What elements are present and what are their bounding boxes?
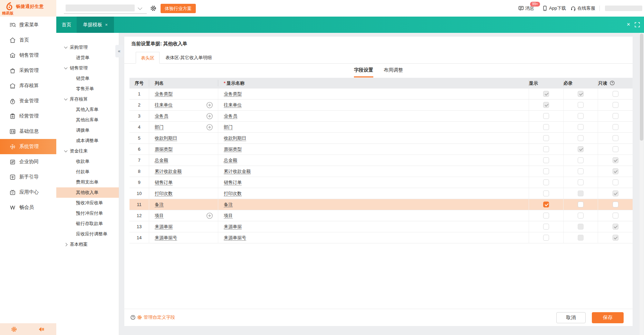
tree-item-银行存取款单[interactable]: 银行存取款单: [56, 218, 119, 229]
readonly-checkbox[interactable]: [613, 157, 618, 163]
required-checkbox[interactable]: [578, 124, 584, 130]
required-checkbox[interactable]: [578, 168, 584, 174]
collapse-sidebar-icon[interactable]: [38, 326, 44, 332]
scrollbar-thumb[interactable]: [640, 34, 643, 141]
tree-item-收款单[interactable]: 收款单: [56, 156, 119, 167]
add-field-icon[interactable]: [206, 102, 213, 109]
sidebar-item-enterprise[interactable]: 企业协同: [0, 154, 56, 169]
column-name-text[interactable]: 票据类型: [155, 146, 173, 152]
tree-item-其他出库单[interactable]: 其他出库单: [56, 115, 119, 125]
required-checkbox[interactable]: [578, 224, 584, 230]
required-checkbox[interactable]: [578, 190, 584, 196]
required-checkbox[interactable]: [578, 235, 584, 241]
save-button[interactable]: 保存: [592, 312, 624, 323]
required-checkbox[interactable]: [578, 113, 584, 119]
column-name-text[interactable]: 往来单位: [155, 102, 173, 108]
tree-group-基本档案[interactable]: 基本档案: [56, 239, 119, 250]
tree-group-库存核算[interactable]: 库存核算: [56, 94, 119, 104]
tree-group-资金往来[interactable]: 资金往来: [56, 146, 119, 156]
sidebar-item-member[interactable]: 畅会员: [0, 200, 56, 215]
tree-group-销售管理[interactable]: 销售管理: [56, 63, 119, 73]
tree-item-付款单[interactable]: 付款单: [56, 167, 119, 177]
close-all-tabs-icon[interactable]: ×: [627, 21, 630, 27]
fullscreen-icon[interactable]: [635, 22, 640, 27]
redacted-username[interactable]: [605, 6, 642, 11]
show-checkbox[interactable]: [543, 135, 549, 141]
online-support-button[interactable]: 在线客服: [570, 0, 595, 17]
tab-layout-settings[interactable]: 布局调整: [384, 67, 403, 77]
tree-item-零售开单[interactable]: 零售开单: [56, 84, 119, 94]
readonly-checkbox[interactable]: [613, 135, 618, 141]
show-checkbox[interactable]: [543, 102, 549, 108]
cancel-button[interactable]: 取消: [556, 312, 586, 323]
display-name-text[interactable]: 销售订单: [224, 179, 242, 186]
readonly-checkbox[interactable]: [613, 113, 618, 119]
column-name-text[interactable]: 累计收款金额: [155, 168, 182, 175]
column-name-text[interactable]: 来源单据: [155, 224, 173, 230]
readonly-checkbox[interactable]: [613, 168, 618, 174]
tab-header-area[interactable]: 表头区: [136, 52, 160, 64]
add-field-icon[interactable]: [206, 124, 213, 131]
required-checkbox[interactable]: [578, 213, 584, 218]
column-name-text[interactable]: 总金额: [155, 157, 168, 164]
add-field-icon[interactable]: [206, 212, 213, 219]
required-checkbox[interactable]: [578, 157, 584, 163]
sidebar-item-purchase[interactable]: 采购管理: [0, 63, 56, 78]
app-download-button[interactable]: App下载: [542, 0, 566, 17]
readonly-checkbox[interactable]: [613, 213, 618, 218]
readonly-checkbox[interactable]: [613, 146, 618, 152]
readonly-checkbox[interactable]: [613, 235, 618, 241]
chevron-down-icon[interactable]: [138, 6, 142, 10]
sidebar-item-search[interactable]: 搜索菜单: [0, 17, 56, 32]
readonly-checkbox[interactable]: [613, 202, 618, 207]
tab-close-icon[interactable]: ×: [105, 22, 108, 27]
required-checkbox[interactable]: [578, 146, 584, 152]
chevron-down-icon[interactable]: [64, 66, 68, 69]
show-checkbox[interactable]: [543, 224, 549, 230]
tree-item-预收冲应收单[interactable]: 预收冲应收单: [56, 198, 119, 208]
readonly-checkbox[interactable]: [613, 91, 618, 97]
help-circle-icon[interactable]: [131, 315, 135, 320]
display-name-text[interactable]: 项目: [224, 213, 233, 219]
column-name-text[interactable]: 业务员: [155, 113, 168, 119]
sidebar-item-sales[interactable]: 销售管理: [0, 48, 56, 63]
gear-icon[interactable]: [150, 5, 156, 11]
settings-gear-icon[interactable]: [11, 326, 17, 332]
chevron-down-icon[interactable]: [64, 149, 68, 152]
display-name-text[interactable]: 打印次数: [224, 190, 242, 197]
tab-home[interactable]: 首页: [56, 17, 77, 33]
logo[interactable]: 畅捷通好生意 精易版: [0, 0, 56, 17]
chevron-right-icon[interactable]: [64, 243, 68, 246]
tree-item-其他入库单[interactable]: 其他入库单: [56, 104, 119, 115]
show-checkbox[interactable]: [543, 146, 549, 152]
tree-item-其他收入单[interactable]: 其他收入单: [56, 187, 119, 198]
manage-custom-fields-link[interactable]: 管理自定义字段: [131, 314, 175, 320]
sidebar-item-funds[interactable]: 资金管理: [0, 93, 56, 109]
chevron-down-icon[interactable]: [64, 45, 68, 48]
show-checkbox[interactable]: [543, 235, 549, 241]
column-name-text[interactable]: 销售订单: [155, 179, 173, 186]
tree-item-销货单[interactable]: 销货单: [56, 73, 119, 84]
sidebar-item-home[interactable]: 首页: [0, 32, 56, 48]
display-name-text[interactable]: 业务员: [224, 113, 237, 119]
collapse-panel-button[interactable]: «: [115, 45, 123, 57]
show-checkbox[interactable]: [543, 168, 549, 174]
required-checkbox[interactable]: [578, 202, 584, 207]
sidebar-item-appcenter[interactable]: 应用中心: [0, 185, 56, 200]
display-name-text[interactable]: 来源单据号: [224, 235, 246, 241]
tab-body-area[interactable]: 表体区-其它收入单明细: [161, 52, 217, 64]
help-circle-icon[interactable]: [610, 81, 615, 85]
readonly-checkbox[interactable]: [613, 224, 618, 230]
experience-plan-button[interactable]: 体验行业方案: [161, 4, 196, 13]
show-checkbox[interactable]: [543, 190, 549, 196]
column-name-text[interactable]: 业务类型: [155, 91, 173, 97]
required-checkbox[interactable]: [578, 91, 584, 97]
display-name-text[interactable]: 部门: [224, 124, 233, 130]
show-checkbox[interactable]: [543, 91, 549, 97]
add-field-icon[interactable]: [206, 113, 213, 120]
display-name-text[interactable]: 备注: [224, 202, 233, 208]
tree-item-应收应付调整单[interactable]: 应收应付调整单: [56, 229, 119, 239]
display-name-text[interactable]: 来源单据: [224, 224, 242, 230]
required-checkbox[interactable]: [578, 135, 584, 141]
show-checkbox[interactable]: [543, 213, 549, 218]
